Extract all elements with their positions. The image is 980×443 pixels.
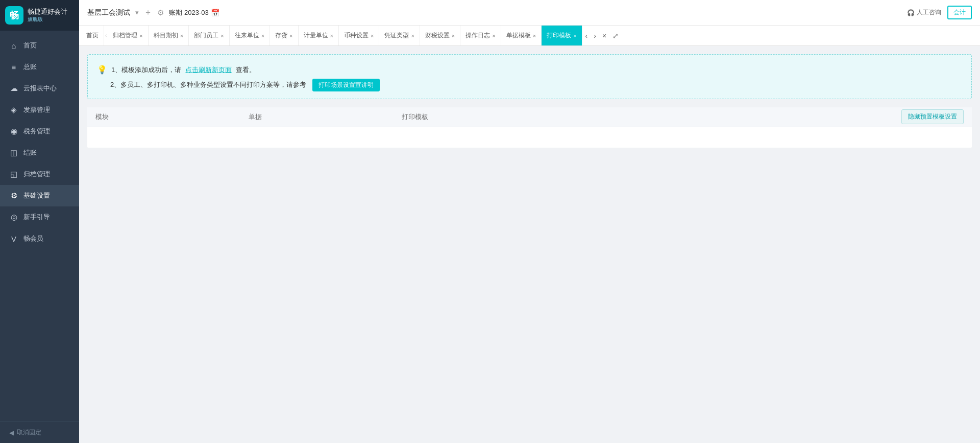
print-scene-btn[interactable]: 打印场景设置宣讲明 xyxy=(312,79,380,91)
ledger-icon: ≡ xyxy=(9,63,18,72)
logo-subtitle: 旗舰版 xyxy=(28,16,67,23)
calendar-icon[interactable]: 📅 xyxy=(211,9,219,17)
tab-currency-label: 币种设置 xyxy=(344,31,369,40)
sidebar-item-basic[interactable]: ⚙ 基础设置 xyxy=(0,185,79,206)
tab-subject-label: 科目期初 xyxy=(154,31,178,40)
notice-line1-suffix: 查看。 xyxy=(236,63,256,77)
sidebar-nav: ⌂ 首页 ≡ 总账 ☁ 云报表中心 ◈ 发票管理 ◉ 税务管理 ◫ 结账 ◱ 归… xyxy=(0,31,79,422)
tab-subject[interactable]: 科目期初 × xyxy=(149,26,189,45)
tab-next-icon[interactable]: › xyxy=(591,32,599,40)
tab-stock-label: 存货 xyxy=(275,31,287,40)
logo-icon: 畅 xyxy=(5,6,23,25)
sidebar-label-home: 首页 xyxy=(23,41,37,50)
tab-department-label: 部门员工 xyxy=(194,31,218,40)
tab-home[interactable]: 首页 xyxy=(81,26,104,45)
sidebar-item-guide[interactable]: ◎ 新手引导 xyxy=(0,206,79,228)
period-value: 2023-03 xyxy=(184,9,209,16)
tab-measure-label: 计量单位 xyxy=(304,31,328,40)
col-template-header: 打印模板 xyxy=(402,112,964,122)
unpin-icon: ◀ xyxy=(9,429,14,436)
sidebar-label-ledger: 总账 xyxy=(23,62,37,72)
sidebar-item-closing[interactable]: ◫ 结账 xyxy=(0,142,79,164)
notice-refresh-link[interactable]: 点击刷新新页面 xyxy=(185,63,232,77)
tab-currency[interactable]: 币种设置 × xyxy=(339,26,379,45)
topbar-settings-icon[interactable]: ⚙ xyxy=(157,8,164,17)
tab-archive[interactable]: 归档管理 × xyxy=(108,26,148,45)
sidebar-label-basic: 基础设置 xyxy=(23,191,50,200)
customer-service-label: 人工咨询 xyxy=(917,8,941,17)
tab-measure[interactable]: 计量单位 × xyxy=(299,26,339,45)
topbar-title: 基层工会测试 xyxy=(87,8,130,17)
invoice-icon: ◈ xyxy=(9,105,18,114)
notice-row-1: 💡 1、模板添加成功后，请 点击刷新新页面 查看。 xyxy=(97,62,962,78)
sidebar-logo: 畅 畅捷通好会计 旗舰版 xyxy=(0,0,79,31)
tab-counterpart-label: 往来单位 xyxy=(235,31,259,40)
table-empty-body xyxy=(87,127,972,148)
headset-icon: 🎧 xyxy=(907,9,915,16)
unpin-label: 取消固定 xyxy=(17,428,41,437)
tab-printtemplate-close[interactable]: × xyxy=(573,33,576,39)
topbar: 基层工会测试 ▾ ＋ ⚙ 账期 2023-03 📅 🎧 人工咨询 会计 xyxy=(79,0,980,26)
tab-stock[interactable]: 存货 × xyxy=(270,26,298,45)
tax-icon: ◉ xyxy=(9,127,18,136)
notice-box: 💡 1、模板添加成功后，请 点击刷新新页面 查看。 2、多员工、多打印机、多种业… xyxy=(87,54,972,99)
customer-service-btn[interactable]: 🎧 人工咨询 xyxy=(907,8,941,17)
sidebar-item-tax[interactable]: ◉ 税务管理 xyxy=(0,121,79,142)
tab-oplog-label: 操作日志 xyxy=(465,31,490,40)
tab-prev-icon[interactable]: ‹ xyxy=(582,32,591,40)
sidebar-item-home[interactable]: ⌂ 首页 xyxy=(0,35,79,56)
sidebar-footer[interactable]: ◀ 取消固定 xyxy=(0,422,79,443)
sidebar-item-invoice[interactable]: ◈ 发票管理 xyxy=(0,99,79,121)
content-area: 隐藏预置模板设置 💡 1、模板添加成功后，请 点击刷新新页面 查看。 2、多员工… xyxy=(79,46,980,443)
sidebar-label-member: 畅会员 xyxy=(23,234,43,243)
sidebar-label-archive: 归档管理 xyxy=(23,170,50,179)
tab-currency-close[interactable]: × xyxy=(371,33,374,39)
tab-fiscaltax-close[interactable]: × xyxy=(452,33,455,39)
tab-voucher[interactable]: 凭证类型 × xyxy=(379,26,420,45)
closing-icon: ◫ xyxy=(9,148,18,157)
tab-stock-close[interactable]: × xyxy=(289,33,292,39)
tab-archive-close[interactable]: × xyxy=(139,33,142,39)
guide-icon: ◎ xyxy=(9,213,18,222)
archive-icon: ◱ xyxy=(9,170,18,179)
tab-singledoc[interactable]: 单据模板 × xyxy=(501,26,542,45)
tab-printtemplate[interactable]: 打印模板 × xyxy=(542,26,582,45)
topbar-dropdown-icon[interactable]: ▾ xyxy=(135,9,139,16)
settings-icon: ⚙ xyxy=(9,191,18,200)
topbar-add-button[interactable]: ＋ xyxy=(144,7,152,18)
main: 基层工会测试 ▾ ＋ ⚙ 账期 2023-03 📅 🎧 人工咨询 会计 首页 ‹… xyxy=(79,0,980,443)
period-label: 账期 xyxy=(169,8,182,17)
tab-oplog-close[interactable]: × xyxy=(492,33,495,39)
tab-voucher-label: 凭证类型 xyxy=(384,31,409,40)
member-icon: V xyxy=(9,235,18,243)
tab-subject-close[interactable]: × xyxy=(180,33,183,39)
home-icon: ⌂ xyxy=(9,41,18,50)
tab-department-close[interactable]: × xyxy=(220,33,224,39)
tab-singledoc-label: 单据模板 xyxy=(506,31,531,40)
sidebar-item-reports[interactable]: ☁ 云报表中心 xyxy=(0,78,79,99)
tab-singledoc-close[interactable]: × xyxy=(533,33,536,39)
tab-measure-close[interactable]: × xyxy=(330,33,333,39)
tab-close-all-icon[interactable]: × xyxy=(599,32,609,40)
tab-voucher-close[interactable]: × xyxy=(411,33,414,39)
notice-row-2: 2、多员工、多打印机、多种业务类型设置不同打印方案等，请参考 打印场景设置宣讲明 xyxy=(97,78,962,91)
tab-department[interactable]: 部门员工 × xyxy=(189,26,229,45)
tab-counterpart[interactable]: 往来单位 × xyxy=(230,26,270,45)
notice-line2-prefix: 2、多员工、多打印机、多种业务类型设置不同打印方案等，请参考 xyxy=(110,78,306,91)
tab-counterpart-close[interactable]: × xyxy=(261,33,264,39)
sidebar-item-ledger[interactable]: ≡ 总账 xyxy=(0,56,79,78)
notice-line1-prefix: 1、模板添加成功后，请 xyxy=(111,63,181,77)
tab-expand-icon[interactable]: ⤢ xyxy=(609,32,622,40)
cloud-icon: ☁ xyxy=(9,84,18,93)
hide-template-btn[interactable]: 隐藏预置模板设置 xyxy=(901,109,964,124)
bulb-icon: 💡 xyxy=(97,62,107,78)
kuaiji-button[interactable]: 会计 xyxy=(947,6,972,19)
tab-oplog[interactable]: 操作日志 × xyxy=(460,26,501,45)
sidebar-label-tax: 税务管理 xyxy=(23,127,50,136)
tab-separator-home: ‹ xyxy=(104,33,108,38)
sidebar-item-archive[interactable]: ◱ 归档管理 xyxy=(0,164,79,185)
sidebar-label-closing: 结账 xyxy=(23,148,37,157)
sidebar-item-member[interactable]: V 畅会员 xyxy=(0,228,79,249)
tab-fiscaltax[interactable]: 财税设置 × xyxy=(420,26,460,45)
sidebar-label-reports: 云报表中心 xyxy=(23,84,57,93)
